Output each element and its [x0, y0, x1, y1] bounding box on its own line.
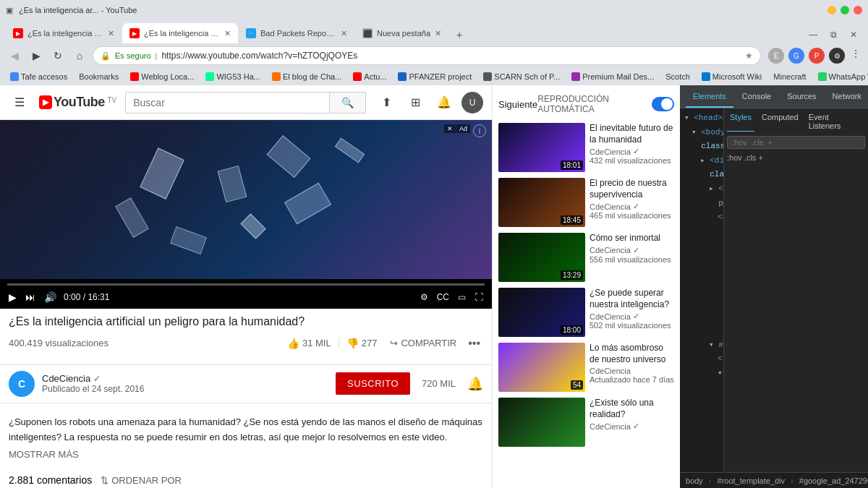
- tab-1-close[interactable]: ✕: [108, 29, 114, 38]
- rec-video-6[interactable]: ¿Existe sólo una realidad? CdeCiencia ✓: [498, 398, 674, 447]
- notifications-btn[interactable]: 🔔: [433, 91, 456, 114]
- autoplay-toggle[interactable]: [652, 97, 674, 111]
- video-progress-bar[interactable]: [7, 283, 485, 286]
- bookmark-bookmarks[interactable]: Bookmarks: [75, 71, 123, 82]
- html-line-12: cx-htmlt-119670.: [683, 267, 720, 282]
- html-tree: ▾ <head>…</head> ▾ <body marginwidth="0"…: [683, 111, 720, 472]
- rec-video-3[interactable]: 13:29 Cómo ser inmortal CdeCiencia ✓ 556…: [498, 233, 674, 282]
- bookmark-wig[interactable]: WIG53 Ha...: [201, 71, 265, 82]
- volume-btn[interactable]: 🔊: [43, 290, 58, 304]
- theater-btn[interactable]: ▭: [456, 291, 467, 304]
- reload-btn[interactable]: ↻: [49, 47, 67, 64]
- window-close-btn[interactable]: ✕: [845, 26, 862, 43]
- dt-filter-input[interactable]: [727, 136, 865, 149]
- bookmark-weblog[interactable]: Weblog Loca...: [126, 71, 198, 82]
- tab-4-close[interactable]: ✕: [435, 29, 441, 38]
- bookmark-premium[interactable]: Premium Mail Des...: [567, 71, 658, 82]
- url-text[interactable]: https://www.youtube.com/watch?v=hZTOQjQO…: [161, 51, 741, 61]
- tab-2-close[interactable]: ✕: [224, 29, 231, 38]
- bookmark-favicon-whatsapp: [818, 72, 827, 81]
- yt-logo[interactable]: ▶ YouTube TV: [39, 95, 116, 110]
- star-btn[interactable]: ★: [745, 51, 753, 61]
- subtitles-btn[interactable]: CC: [435, 291, 451, 304]
- bookmark-tafe[interactable]: Tafe accesos: [6, 71, 72, 82]
- more-btn[interactable]: •••: [465, 334, 483, 353]
- tab-4[interactable]: ⬛ Nueva pestaña ✕: [355, 23, 448, 43]
- ad-close[interactable]: ✕: [444, 124, 456, 133]
- rec-video-2[interactable]: 18:45 El precio de nuestra supervivencia…: [498, 178, 674, 227]
- tab-bar: ▶ ¿Es la inteligencia ar... ✕ ▶ ¿Es la i…: [0, 20, 868, 43]
- user-avatar[interactable]: U: [461, 92, 483, 114]
- bookmark-microsoft[interactable]: Microsoft Wiki: [697, 71, 766, 82]
- rec-video-1[interactable]: 18:01 El inevitable futuro de la humanid…: [498, 123, 674, 172]
- window-restore-btn[interactable]: ⧉: [825, 26, 842, 43]
- bookmark-actu[interactable]: Actu...: [349, 71, 391, 82]
- dt-styles-tab-styles[interactable]: Styles: [727, 111, 754, 132]
- close-btn[interactable]: [854, 6, 862, 14]
- footer-root-div[interactable]: #root_template_div: [718, 476, 786, 485]
- tab-2[interactable]: ▶ ¿Es la inteligencia ar... ✕: [122, 23, 238, 43]
- next-btn[interactable]: ⏭: [24, 290, 37, 304]
- dt-html-tree[interactable]: ▾ <head>…</head> ▾ <body marginwidth="0"…: [680, 108, 723, 472]
- dt-styles-tab-event[interactable]: Event Listeners: [806, 111, 865, 132]
- menu-btn[interactable]: ⋮: [849, 48, 862, 64]
- new-tab-btn[interactable]: +: [451, 26, 468, 43]
- dt-tab-elements[interactable]: Elements: [686, 85, 733, 108]
- search-button[interactable]: 🔍: [329, 93, 365, 113]
- dislike-button[interactable]: 👎 277: [342, 335, 382, 352]
- rec-video-4[interactable]: 18:00 ¿Se puede superar nuestra intelige…: [498, 288, 674, 337]
- hamburger-menu-btn[interactable]: ☰: [9, 90, 30, 115]
- extension-icon-3[interactable]: P: [809, 48, 825, 64]
- back-btn[interactable]: ◀: [6, 47, 23, 64]
- dt-tab-console[interactable]: Console: [735, 85, 778, 108]
- notification-bell-btn[interactable]: 🔔: [467, 376, 483, 392]
- extension-icon-2[interactable]: G: [788, 48, 804, 64]
- bookmark-whatsapp[interactable]: WhatsApp We...: [814, 71, 868, 82]
- home-btn[interactable]: ⌂: [71, 47, 88, 64]
- apps-btn[interactable]: ⊞: [404, 91, 427, 114]
- subscribe-button[interactable]: SUSCRITO: [336, 372, 410, 395]
- search-bar[interactable]: 🔍: [125, 92, 366, 114]
- fullscreen-btn[interactable]: ⛶: [473, 291, 485, 304]
- footer-body[interactable]: body: [686, 476, 703, 485]
- dt-tab-sources[interactable]: Sources: [780, 85, 823, 108]
- bookmark-scotch[interactable]: Scotch: [661, 71, 694, 82]
- shard-1: [140, 147, 184, 199]
- share-button[interactable]: ↪ COMPARTIR: [384, 335, 462, 351]
- bookmark-minecraft[interactable]: Minecraft: [769, 71, 810, 82]
- forward-btn[interactable]: ▶: [27, 47, 45, 64]
- video-info-btn[interactable]: i: [473, 124, 486, 137]
- rec-video-5[interactable]: 54 Lo más asombroso de nuestro universo …: [498, 343, 674, 392]
- dt-tab-network[interactable]: Network: [825, 85, 868, 108]
- window-controls: [827, 6, 862, 14]
- extension-icon-1[interactable]: E: [768, 48, 784, 64]
- settings-btn[interactable]: ⚙: [419, 291, 430, 304]
- bookmark-blog[interactable]: El blog de Cha...: [268, 71, 346, 82]
- window-action-buttons: — ⧉ ✕: [804, 26, 862, 43]
- tab-3-close[interactable]: ✕: [341, 29, 347, 38]
- bookmark-scarn[interactable]: SCARN Sch of P...: [479, 71, 564, 82]
- address-separator: |: [156, 51, 158, 60]
- address-bar[interactable]: 🔒 Es seguro | https://www.youtube.com/wa…: [93, 46, 761, 65]
- search-input[interactable]: [126, 93, 329, 113]
- upload-btn[interactable]: ⬆: [375, 91, 398, 114]
- channel-avatar: C: [9, 371, 35, 397]
- description-text: ¿Suponen los robots una amenaza para la …: [9, 415, 483, 445]
- extension-icon-4[interactable]: ⚙: [829, 48, 845, 64]
- like-button[interactable]: 👍 31 MIL: [283, 335, 336, 352]
- tab-3[interactable]: 🐦 Bad Packets Report en... ✕: [239, 23, 354, 43]
- sort-button[interactable]: ⇅ ORDENAR POR: [101, 475, 182, 486]
- footer-ad-div[interactable]: #google_ad_247296261780: [799, 476, 868, 485]
- show-more-btn[interactable]: MOSTRAR MÁS: [9, 448, 483, 463]
- minimize-btn[interactable]: [827, 6, 836, 14]
- dt-styles-tab-computed[interactable]: Computed: [759, 111, 801, 132]
- tab-2-title: ¿Es la inteligencia ar...: [144, 29, 220, 38]
- maximize-btn[interactable]: [841, 6, 849, 14]
- rec-info-3: Cómo ser inmortal CdeCiencia ✓ 556 mil v…: [590, 233, 674, 282]
- bookmark-pfanzer[interactable]: PFANZER project: [393, 71, 476, 82]
- window-minimize-btn[interactable]: —: [804, 26, 822, 43]
- tab-1[interactable]: ▶ ¿Es la inteligencia ar... ✕: [6, 23, 122, 43]
- html-line-18: <!DOCTYPE html>: [683, 352, 720, 367]
- tab-2-favicon: ▶: [129, 28, 140, 38]
- play-btn[interactable]: ▶: [7, 290, 18, 304]
